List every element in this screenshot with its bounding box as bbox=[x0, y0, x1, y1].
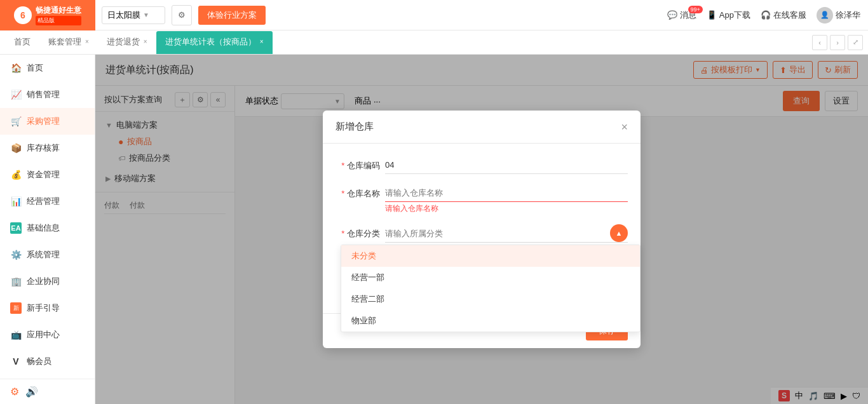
warehouse-category-label: 仓库分类 bbox=[336, 224, 380, 239]
tab-expand-button[interactable]: ⤢ bbox=[848, 35, 863, 50]
tab-purchase-stats-close[interactable]: × bbox=[260, 38, 264, 45]
store-selector[interactable]: 日太阳膜 ▼ bbox=[102, 6, 165, 24]
message-icon: 💬 bbox=[667, 10, 677, 20]
trial-button[interactable]: 体验行业方案 bbox=[198, 6, 266, 25]
warehouse-name-input[interactable] bbox=[385, 184, 628, 202]
sidebar-item-system-label: 系统管理 bbox=[27, 249, 60, 260]
user-info[interactable]: 👤 徐泽华 bbox=[817, 7, 860, 24]
warehouse-category-input-wrapper: ▲ 未分类 经营一部 经营二部 物业部 bbox=[385, 224, 628, 243]
warehouse-name-input-wrapper: 请输入仓库名称 bbox=[385, 184, 628, 214]
warehouse-name-error: 请输入仓库名称 bbox=[385, 203, 628, 214]
warehouse-code-input-wrapper bbox=[385, 156, 628, 174]
store-name: 日太阳膜 bbox=[107, 10, 140, 21]
main-layout: 🏠 首页 📈 销售管理 🛒 采购管理 📦 库存核算 💰 资金管理 📊 经营管理 … bbox=[0, 55, 868, 404]
dropdown-toggle-button[interactable]: ▲ bbox=[610, 224, 628, 242]
logo-badge: 精品版 bbox=[36, 16, 81, 25]
sidebar-item-basics-label: 基础信息 bbox=[27, 222, 60, 234]
enterprise-icon: 🏢 bbox=[10, 276, 22, 287]
avatar-icon: 👤 bbox=[820, 11, 829, 19]
tab-actions: ‹ › ⤢ bbox=[812, 35, 863, 50]
home-icon: 🏠 bbox=[10, 62, 22, 74]
sidebar-item-sales[interactable]: 📈 销售管理 bbox=[0, 81, 95, 108]
sidebar-item-appcenter-label: 应用中心 bbox=[27, 329, 60, 340]
sidebar-item-enterprise-label: 企业协同 bbox=[27, 276, 60, 287]
modal-header: 新增仓库 × bbox=[323, 111, 641, 144]
modal-title: 新增仓库 bbox=[336, 121, 374, 133]
online-service-item[interactable]: 🎧 在线客服 bbox=[761, 10, 806, 21]
warehouse-name-field: 仓库名称 请输入仓库名称 bbox=[336, 184, 628, 214]
logo-area: 6 畅捷通好生意 精品版 bbox=[0, 0, 95, 30]
sidebar-item-operations[interactable]: 📊 经营管理 bbox=[0, 188, 95, 215]
appcenter-icon: 📺 bbox=[10, 329, 22, 340]
dropdown-option-dept2[interactable]: 经营二部 bbox=[341, 288, 640, 310]
tab-bar: 首页 账套管理 × 进货退货 × 进货单统计表（按商品） × ‹ › ⤢ bbox=[0, 30, 868, 55]
app-download-item[interactable]: 📱 App下载 bbox=[707, 10, 750, 21]
sidebar-item-purchase-label: 采购管理 bbox=[27, 116, 60, 127]
sidebar-item-operations-label: 经营管理 bbox=[27, 196, 60, 207]
tab-purchase-stats[interactable]: 进货单统计表（按商品） × bbox=[156, 31, 273, 54]
dropdown-option-dept3[interactable]: 物业部 bbox=[341, 310, 640, 332]
finance-icon: 💰 bbox=[10, 169, 22, 180]
warehouse-name-label: 仓库名称 bbox=[336, 184, 380, 199]
gear-icon: ⚙ bbox=[178, 10, 186, 20]
avatar: 👤 bbox=[817, 7, 833, 24]
tab-accounts-close[interactable]: × bbox=[85, 38, 89, 45]
volume-icon[interactable]: 🔊 bbox=[25, 386, 38, 398]
sidebar-item-member[interactable]: V 畅会员 bbox=[0, 348, 95, 375]
dropdown-option-uncategorized[interactable]: 未分类 bbox=[341, 245, 640, 267]
basics-icon: EA bbox=[10, 222, 22, 234]
warehouse-code-input[interactable] bbox=[385, 156, 628, 174]
modal-close-button[interactable]: × bbox=[621, 121, 628, 133]
guide-icon: 新 bbox=[10, 302, 22, 314]
sidebar-item-finance[interactable]: 💰 资金管理 bbox=[0, 161, 95, 188]
tab-prev-button[interactable]: ‹ bbox=[812, 35, 827, 50]
purchase-icon: 🛒 bbox=[10, 116, 22, 127]
tab-purchase-return[interactable]: 进货退货 × bbox=[98, 31, 156, 54]
sidebar-item-basics[interactable]: EA 基础信息 bbox=[0, 215, 95, 241]
warehouse-code-label: 仓库编码 bbox=[336, 156, 380, 172]
add-warehouse-modal: 新增仓库 × 仓库编码 仓库名称 请输入仓库名称 bbox=[323, 111, 641, 348]
member-icon: V bbox=[10, 356, 22, 367]
sidebar: 🏠 首页 📈 销售管理 🛒 采购管理 📦 库存核算 💰 资金管理 📊 经营管理 … bbox=[0, 55, 95, 404]
tab-accounts[interactable]: 账套管理 × bbox=[39, 31, 98, 54]
sidebar-item-appcenter[interactable]: 📺 应用中心 bbox=[0, 321, 95, 348]
top-header: 6 畅捷通好生意 精品版 日太阳膜 ▼ ⚙ 体验行业方案 💬 消息 99+ 📱 … bbox=[0, 0, 868, 30]
notification-item[interactable]: 💬 消息 99+ bbox=[667, 10, 696, 21]
sales-icon: 📈 bbox=[10, 89, 22, 100]
modal-body: 仓库编码 仓库名称 请输入仓库名称 仓库分类 bbox=[323, 144, 641, 313]
tab-home-label: 首页 bbox=[14, 36, 31, 48]
sidebar-item-inventory[interactable]: 📦 库存核算 bbox=[0, 135, 95, 161]
sidebar-item-finance-label: 资金管理 bbox=[27, 169, 60, 180]
tab-purchase-stats-label: 进货单统计表（按商品） bbox=[165, 36, 256, 48]
sidebar-item-home[interactable]: 🏠 首页 bbox=[0, 55, 95, 81]
settings-bottom-icon[interactable]: ⚙ bbox=[10, 386, 19, 398]
sidebar-item-enterprise[interactable]: 🏢 企业协同 bbox=[0, 268, 95, 295]
settings-button[interactable]: ⚙ bbox=[172, 5, 192, 25]
tab-purchase-return-close[interactable]: × bbox=[144, 38, 147, 45]
inventory-icon: 📦 bbox=[10, 142, 22, 154]
warehouse-category-input[interactable] bbox=[385, 225, 610, 242]
chevron-down-icon: ▼ bbox=[143, 11, 149, 18]
logo-icon: 6 bbox=[14, 6, 32, 24]
notification-badge: 99+ bbox=[688, 6, 703, 13]
sidebar-item-system[interactable]: ⚙️ 系统管理 bbox=[0, 241, 95, 268]
tab-next-button[interactable]: › bbox=[830, 35, 845, 50]
category-dropdown-list: 未分类 经营一部 经营二部 物业部 bbox=[341, 245, 641, 332]
sidebar-item-guide-label: 新手引导 bbox=[27, 302, 60, 314]
sidebar-item-sales-label: 销售管理 bbox=[27, 89, 60, 100]
tab-accounts-label: 账套管理 bbox=[48, 36, 81, 48]
dropdown-option-dept1[interactable]: 经营一部 bbox=[341, 267, 640, 288]
category-input-row: ▲ bbox=[385, 224, 628, 243]
sidebar-item-purchase[interactable]: 🛒 采购管理 bbox=[0, 108, 95, 135]
sidebar-item-inventory-label: 库存核算 bbox=[27, 142, 60, 154]
tab-purchase-return-label: 进货退货 bbox=[107, 36, 140, 48]
sidebar-item-guide[interactable]: 新 新手引导 bbox=[0, 295, 95, 321]
header-right: 💬 消息 99+ 📱 App下载 🎧 在线客服 👤 徐泽华 bbox=[667, 7, 860, 24]
sidebar-item-home-label: 首页 bbox=[27, 62, 43, 74]
tab-home[interactable]: 首页 bbox=[5, 31, 39, 54]
user-name: 徐泽华 bbox=[836, 10, 860, 21]
content-area: 进货单统计(按商品) 🖨 按模板打印 ▼ ⬆ 导出 ↻ 刷新 bbox=[95, 55, 868, 404]
logo-text: 畅捷通好生意 精品版 bbox=[36, 5, 81, 25]
headset-icon: 🎧 bbox=[761, 10, 771, 20]
operations-icon: 📊 bbox=[10, 196, 22, 207]
